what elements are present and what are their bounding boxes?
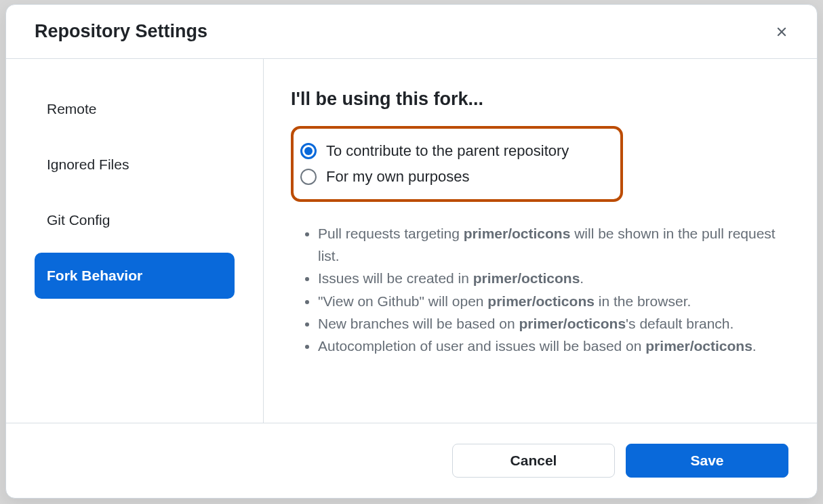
list-item: New branches will be based on primer/oct… [318, 312, 795, 335]
close-icon [774, 24, 789, 39]
modal-footer: Cancel Save [6, 423, 817, 498]
sidebar-item-ignored-files[interactable]: Ignored Files [35, 142, 235, 188]
sidebar-item-fork-behavior[interactable]: Fork Behavior [35, 253, 235, 299]
sidebar-item-label: Git Config [47, 212, 110, 228]
sidebar-item-label: Remote [47, 101, 97, 117]
sidebar-item-remote[interactable]: Remote [35, 86, 235, 132]
save-button[interactable]: Save [626, 444, 788, 478]
cancel-button[interactable]: Cancel [452, 444, 615, 478]
radio-label: For my own purposes [326, 168, 470, 186]
modal-body: Remote Ignored Files Git Config Fork Beh… [6, 59, 817, 423]
fork-behavior-details: Pull requests targeting primer/octicons … [291, 222, 795, 357]
radio-indicator-selected-icon [300, 143, 317, 159]
modal-title: Repository Settings [35, 21, 207, 42]
list-item: "View on Github" will open primer/octico… [318, 290, 795, 312]
sidebar-item-label: Ignored Files [47, 156, 129, 173]
sidebar: Remote Ignored Files Git Config Fork Beh… [6, 59, 264, 423]
radio-option-own-purposes[interactable]: For my own purposes [300, 164, 611, 190]
modal-header: Repository Settings [6, 5, 817, 59]
radio-option-contribute-parent[interactable]: To contribute to the parent repository [300, 138, 611, 164]
button-label: Cancel [510, 453, 557, 469]
radio-label: To contribute to the parent repository [326, 142, 569, 160]
button-label: Save [690, 453, 723, 469]
sidebar-item-label: Fork Behavior [47, 268, 142, 284]
list-item: Autocompletion of user and issues will b… [318, 335, 795, 357]
content-heading: I'll be using this fork... [291, 89, 795, 110]
settings-modal: Repository Settings Remote Ignored Files… [5, 4, 818, 499]
content-pane: I'll be using this fork... To contribute… [264, 59, 817, 423]
list-item: Pull requests targeting primer/octicons … [318, 222, 795, 267]
fork-usage-radio-group: To contribute to the parent repository F… [291, 126, 623, 202]
sidebar-item-git-config[interactable]: Git Config [35, 197, 235, 243]
list-item: Issues will be created in primer/octicon… [318, 267, 795, 289]
radio-indicator-unselected-icon [300, 169, 317, 185]
close-button[interactable] [772, 22, 791, 41]
